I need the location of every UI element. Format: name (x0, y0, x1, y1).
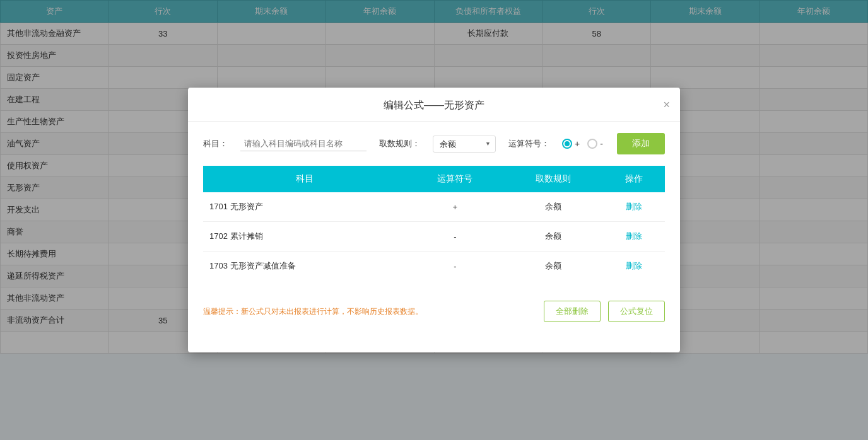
table-row: 1701 无形资产 + 余额 删除 (203, 192, 665, 222)
col-subject: 科目 (203, 166, 406, 192)
col-action: 操作 (602, 166, 665, 192)
operator-label: 运算符号： (508, 138, 549, 149)
row3-rule: 余额 (504, 252, 602, 281)
table-row: 1702 累计摊销 - 余额 删除 (203, 222, 665, 252)
background-wrapper: 资产 行次 期末余额 年初余额 负债和所有者权益 行次 期末余额 年初余额 其他… (0, 0, 868, 440)
rule-select[interactable]: 余额 借方发生额 贷方发生额 (433, 136, 496, 153)
close-button[interactable]: × (663, 99, 670, 110)
table-header-row: 科目 运算符号 取数规则 操作 (203, 166, 665, 192)
row1-action[interactable]: 删除 (602, 192, 665, 222)
data-table-wrapper: 科目 运算符号 取数规则 操作 1701 无形资产 + 余额 删除 (203, 166, 665, 281)
radio-minus[interactable]: - (587, 139, 603, 149)
operator-radio-group: + - (562, 139, 603, 149)
row1-rule: 余额 (504, 192, 602, 222)
row3-subject: 1703 无形资产减值准备 (203, 252, 406, 281)
hint-text: 温馨提示：新公式只对未出报表进行计算，不影响历史报表数据。 (203, 306, 423, 317)
row3-action[interactable]: 删除 (602, 252, 665, 281)
delete-all-button[interactable]: 全部删除 (544, 301, 601, 322)
col-rule: 取数规则 (504, 166, 602, 192)
modal-dialog: 编辑公式——无形资产 × 科目： 取数规则： 余额 借方发生额 贷方发生额 运算… (188, 88, 680, 352)
modal-footer: 温馨提示：新公式只对未出报表进行计算，不影响历史报表数据。 全部删除 公式复位 (188, 291, 680, 322)
subject-input[interactable] (240, 136, 367, 151)
radio-plus-circle (562, 139, 572, 149)
col-operator: 运算符号 (406, 166, 504, 192)
radio-plus[interactable]: + (562, 139, 580, 149)
modal-title: 编辑公式——无形资产 (384, 100, 484, 110)
rule-select-wrapper: 余额 借方发生额 贷方发生额 (433, 136, 496, 153)
table-row: 1703 无形资产减值准备 - 余额 删除 (203, 252, 665, 281)
row1-subject: 1701 无形资产 (203, 192, 406, 222)
row3-operator: - (406, 252, 504, 281)
row2-operator: - (406, 222, 504, 252)
rule-label: 取数规则： (379, 138, 420, 149)
delete-link-3[interactable]: 删除 (626, 261, 642, 270)
row2-action[interactable]: 删除 (602, 222, 665, 252)
row1-operator: + (406, 192, 504, 222)
formula-table: 科目 运算符号 取数规则 操作 1701 无形资产 + 余额 删除 (203, 166, 665, 281)
row2-subject: 1702 累计摊销 (203, 222, 406, 252)
form-row: 科目： 取数规则： 余额 借方发生额 贷方发生额 运算符号： + (188, 122, 680, 166)
delete-link-1[interactable]: 删除 (626, 202, 642, 211)
radio-plus-label: + (575, 139, 580, 149)
radio-minus-label: - (600, 139, 603, 149)
subject-label: 科目： (203, 138, 228, 149)
modal-header: 编辑公式——无形资产 × (188, 88, 680, 122)
delete-link-2[interactable]: 删除 (626, 231, 642, 241)
reset-formula-button[interactable]: 公式复位 (608, 301, 665, 322)
row2-rule: 余额 (504, 222, 602, 252)
radio-minus-circle (587, 139, 597, 149)
footer-buttons: 全部删除 公式复位 (544, 301, 665, 322)
add-button[interactable]: 添加 (617, 133, 665, 154)
modal-overlay: 编辑公式——无形资产 × 科目： 取数规则： 余额 借方发生额 贷方发生额 运算… (0, 0, 868, 440)
